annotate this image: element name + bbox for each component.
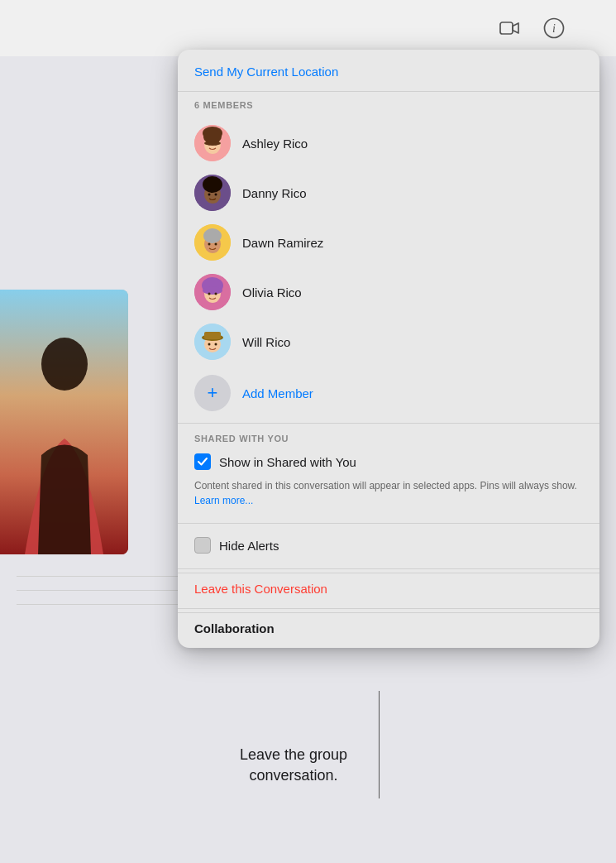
collaboration-label: Collaboration: [194, 621, 275, 635]
members-label: 6 MEMBERS: [194, 100, 583, 110]
svg-point-25: [203, 286, 222, 295]
svg-rect-31: [204, 332, 221, 339]
member-danny[interactable]: Danny Rico: [194, 168, 583, 218]
leave-section: Leave this Conversation: [178, 573, 599, 605]
collaboration-section: Collaboration: [178, 612, 599, 648]
divider-3: [178, 568, 599, 569]
svg-point-33: [215, 343, 217, 346]
divider-2: [178, 523, 599, 524]
divider-4: [178, 608, 599, 609]
top-bar: i: [0, 0, 616, 56]
member-ashley[interactable]: Ashley Rico: [194, 118, 583, 168]
svg-point-21: [215, 243, 217, 246]
member-will-name: Will Rico: [242, 335, 290, 349]
svg-point-11: [204, 141, 221, 146]
add-member-label: Add Member: [242, 386, 313, 400]
members-section-header: 6 MEMBERS: [178, 92, 599, 118]
send-location-section: Send My Current Location: [178, 50, 599, 92]
avatar-dawn: [194, 224, 231, 261]
annotation-line2: conversation.: [250, 767, 338, 784]
chat-photo-thumbnail: [0, 290, 128, 554]
svg-rect-0: [500, 22, 513, 34]
svg-point-26: [208, 293, 211, 295]
learn-more-link[interactable]: Learn more...: [194, 495, 253, 506]
show-shared-checkbox[interactable]: [194, 453, 211, 470]
add-member-row[interactable]: + Add Member: [194, 367, 583, 420]
details-panel: Send My Current Location 6 MEMBERS: [178, 50, 599, 648]
svg-point-16: [215, 194, 217, 196]
members-list: Ashley Rico Danny Rico: [178, 118, 599, 420]
avatar-ashley: [194, 125, 231, 161]
member-dawn[interactable]: Dawn Ramirez: [194, 218, 583, 267]
shared-description-text: Content shared in this conversation will…: [194, 475, 583, 515]
annotation-line1: Leave the group: [240, 746, 347, 763]
add-member-icon: +: [194, 375, 231, 411]
svg-text:i: i: [552, 22, 556, 35]
svg-point-27: [215, 293, 217, 295]
svg-point-32: [208, 343, 211, 346]
svg-point-14: [203, 176, 222, 193]
avatar-olivia: [194, 274, 231, 310]
hide-alerts-checkbox[interactable]: [194, 537, 211, 554]
annotation-line: [379, 691, 380, 798]
shared-with-you-label: SHARED WITH YOU: [194, 434, 583, 443]
member-dawn-name: Dawn Ramirez: [242, 236, 323, 250]
show-shared-label: Show in Shared with You: [219, 455, 356, 469]
member-olivia[interactable]: Olivia Rico: [194, 267, 583, 317]
member-ashley-name: Ashley Rico: [242, 137, 308, 151]
member-danny-name: Danny Rico: [242, 186, 307, 200]
svg-point-15: [208, 194, 211, 196]
hide-alerts-label: Hide Alerts: [219, 539, 279, 553]
hide-alerts-row[interactable]: Hide Alerts: [194, 532, 583, 559]
send-location-button[interactable]: Send My Current Location: [194, 65, 338, 79]
svg-point-19: [203, 228, 222, 243]
info-icon[interactable]: i: [542, 16, 566, 41]
svg-point-20: [208, 243, 211, 246]
leave-conversation-button[interactable]: Leave this Conversation: [194, 582, 327, 596]
avatar-danny: [194, 175, 231, 211]
divider-1: [178, 423, 599, 424]
hide-alerts-section: Hide Alerts: [178, 527, 599, 565]
member-olivia-name: Olivia Rico: [242, 285, 302, 300]
video-call-icon[interactable]: [497, 16, 522, 41]
member-will[interactable]: Will Rico: [194, 317, 583, 367]
avatar-will: [194, 324, 231, 360]
shared-with-you-section: SHARED WITH YOU Show in Shared with You …: [178, 427, 599, 520]
annotation-text: Leave the group conversation.: [240, 745, 347, 786]
svg-point-4: [41, 338, 88, 391]
show-shared-row[interactable]: Show in Shared with You: [194, 448, 583, 475]
